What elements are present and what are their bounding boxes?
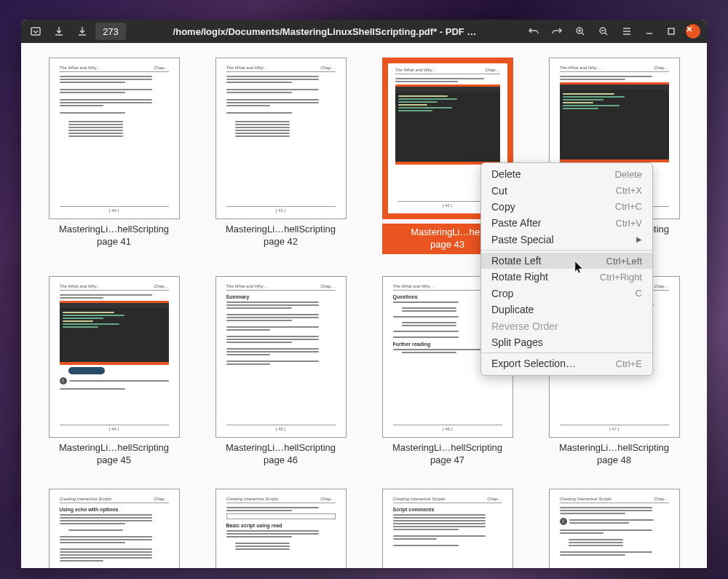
menu-shortcut: Ctrl+Right [600,272,642,283]
close-button[interactable] [684,24,703,39]
menu-item-rotate-left[interactable]: Rotate LeftCtrl+Left [481,253,652,269]
menu-item-paste-special[interactable]: Paste Special▶ [481,232,652,248]
menu-item-label: Cut [491,185,507,197]
menu-shortcut: Ctrl+E [616,358,642,369]
menu-item-label: Delete [491,168,521,180]
menu-shortcut: Delete [614,169,642,180]
zoom-out-icon[interactable] [593,23,614,40]
menu-item-rotate-right[interactable]: Rotate RightCtrl+Right [481,269,652,285]
menu-shortcut: Ctrl+X [616,185,642,196]
menu-shortcut: Ctrl+C [615,201,642,212]
thumbnail-caption: MasteringLi…hellScriptingpage 42 [226,224,336,248]
page-thumbnail[interactable]: The What and Why…Chap…Summary[ 45 ] [215,276,347,438]
page-number-input[interactable] [95,23,126,40]
redo-icon[interactable] [547,23,567,40]
menu-shortcut: Ctrl+Left [606,256,643,267]
menu-item-paste-after[interactable]: Paste AfterCtrl+V [481,215,652,231]
menu-shortcut: C [636,288,642,299]
context-menu: DeleteDeleteCutCtrl+XCopyCtrl+CPaste Aft… [480,162,653,376]
menu-item-delete[interactable]: DeleteDelete [481,166,652,182]
undo-icon[interactable] [523,23,544,40]
menu-item-duplicate[interactable]: Duplicate [481,302,652,318]
menu-item-copy[interactable]: CopyCtrl+C [481,199,652,215]
maximize-button[interactable] [662,27,681,36]
page-thumbnail[interactable]: The What and Why…Chap…[ 40 ] [49,58,180,219]
svg-rect-0 [31,28,40,35]
menu-item-reverse-order: Reverse Order [481,318,652,334]
menu-item-label: Copy [491,201,515,213]
menu-item-label: Duplicate [491,304,534,315]
menu-item-label: Crop [491,288,513,299]
page-thumbnail[interactable]: Creating Interactive ScriptsChap…i [549,489,680,568]
page-thumbnail[interactable]: Creating Interactive ScriptsChap…Basic s… [215,489,347,568]
page-thumbnail[interactable]: The What and Why…Chap…[ 41 ] [215,58,347,219]
menu-shortcut: Ctrl+V [616,218,642,229]
thumbnail-caption: MasteringLi…hellScriptingpage 41 [59,224,169,248]
save-icon[interactable] [72,23,92,40]
submenu-arrow-icon: ▶ [636,235,642,243]
menu-item-label: Export Selection… [491,358,576,369]
window-title: /home/logix/Documents/MasteringLinuxShel… [129,26,521,37]
thumbnail-caption: MasteringLi…hellScriptingpage 46 [226,442,336,467]
thumbnail-caption: MasteringLi…hellScriptingpage 47 [392,442,502,467]
menu-item-label: Split Pages [491,336,543,348]
menu-item-label: Rotate Right [491,271,548,283]
menu-item-label: Rotate Left [491,255,542,267]
menu-separator [481,250,652,251]
page-thumbnail[interactable]: Creating Interactive ScriptsChap…Script … [382,489,513,568]
menu-separator [481,352,652,353]
menu-item-label: Paste After [491,217,541,229]
menu-item-label: Reverse Order [491,320,558,332]
zoom-in-icon[interactable] [570,23,590,40]
titlebar: /home/logix/Documents/MasteringLinuxShel… [21,20,707,43]
menu-item-split-pages[interactable]: Split Pages [481,334,652,350]
hamburger-menu-icon[interactable] [617,23,637,40]
menu-item-label: Paste Special [491,234,554,245]
menu-item-export-selection[interactable]: Export Selection…Ctrl+E [481,355,652,371]
minimize-button[interactable] [640,27,659,36]
open-file-icon[interactable] [25,23,46,40]
page-thumbnail[interactable]: Creating Interactive ScriptsChap…Using e… [49,489,180,568]
page-thumbnail[interactable]: The What and Why…Chap…i[ 44 ] [49,276,180,438]
thumbnail-caption: MasteringLi…hellScriptingpage 45 [59,442,169,467]
menu-item-crop[interactable]: CropC [481,285,652,302]
thumbnail-caption: MasteringLi…hellScriptingpage 48 [559,442,669,467]
svg-rect-3 [668,28,674,34]
menu-item-cut[interactable]: CutCtrl+X [481,182,652,198]
import-icon[interactable] [49,23,69,40]
